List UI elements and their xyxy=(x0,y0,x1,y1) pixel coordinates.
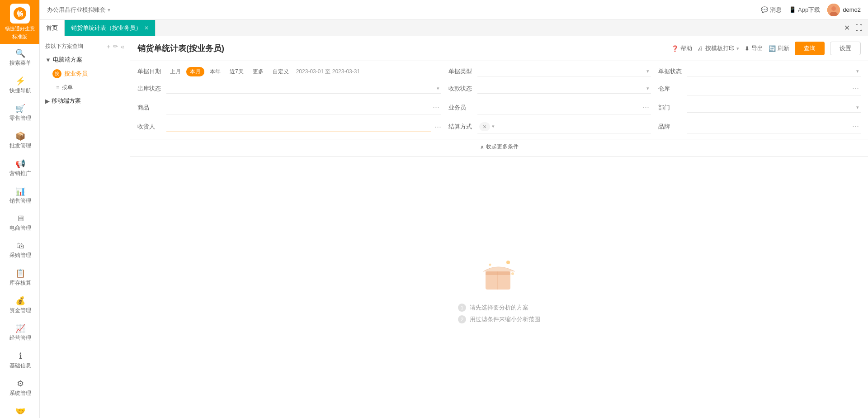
user-name: demo2 xyxy=(843,6,861,13)
doc-type-arrow-icon: ▾ xyxy=(646,68,649,74)
tip-text-2: 用过滤条件来缩小分析范围 xyxy=(470,315,540,323)
breadcrumb-selector[interactable]: 办公用品行业模拟账套 ▾ xyxy=(47,6,110,14)
close-tab-action-icon[interactable]: ✕ xyxy=(842,22,852,34)
product-dots-icon[interactable]: ··· xyxy=(433,103,439,112)
date-btn-7days[interactable]: 近7天 xyxy=(226,67,247,76)
scheme-group-mobile-label: 移动端方案 xyxy=(52,97,81,105)
date-btn-custom[interactable]: 自定义 xyxy=(269,67,292,76)
payment-method-clear-icon[interactable]: × xyxy=(483,123,486,130)
filter-item-dept: 部门 ▾ xyxy=(658,103,861,113)
payment-method-area: × ▾ xyxy=(477,120,651,133)
payment-method-label: 结算方式 xyxy=(448,123,474,131)
salesperson-input-area[interactable]: ··· xyxy=(477,101,651,114)
marketing-icon: 📢 xyxy=(15,159,25,169)
out-status-label: 出库状态 xyxy=(137,85,163,93)
warehouse-input-area[interactable]: ··· xyxy=(687,82,861,95)
export-button[interactable]: ⬇ 导出 xyxy=(745,44,763,52)
print-template-button[interactable]: 🖨 按模板打印 ▾ xyxy=(698,44,739,52)
collapse-panel-button[interactable]: « xyxy=(121,43,124,50)
query-button[interactable]: 查询 xyxy=(795,42,825,55)
help-button[interactable]: ❓ 帮助 xyxy=(671,44,692,52)
salesperson-dots-icon[interactable]: ··· xyxy=(642,103,649,112)
tab-home[interactable]: 首页 xyxy=(40,20,65,36)
scheme-group-mobile-header[interactable]: ▶ 移动端方案 xyxy=(40,94,130,108)
filter-item-out-status: 出库状态 ▾ xyxy=(137,84,441,94)
app-download-button[interactable]: 📱 App下载 xyxy=(789,6,820,14)
filter-row-1: 单据日期 上月 本月 本年 近7天 更多 自定义 20 xyxy=(137,66,861,76)
scheme-item-by-salesperson[interactable]: 按 按业务员 xyxy=(40,66,130,81)
warehouse-dots-icon[interactable]: ··· xyxy=(852,84,859,93)
empty-illustration xyxy=(476,251,522,296)
message-label: 消息 xyxy=(770,6,782,14)
date-btn-more[interactable]: 更多 xyxy=(249,67,267,76)
edit-scheme-button[interactable]: ✏ xyxy=(113,43,118,50)
brand-dots-icon[interactable]: ··· xyxy=(852,122,859,131)
date-btn-this-month[interactable]: 本月 xyxy=(186,67,204,76)
sidebar-item-operations[interactable]: 📈 经营管理 xyxy=(0,319,39,347)
logo-icon: 畅 xyxy=(10,4,30,24)
empty-tip-1: 1 请先选择要分析的方案 xyxy=(458,304,540,312)
filter-item-payment-method: 结算方式 × ▾ xyxy=(448,120,651,133)
user-profile[interactable]: demo2 xyxy=(827,4,861,16)
app-subtitle: 标准版 xyxy=(12,33,27,40)
refresh-button[interactable]: 🔄 刷新 xyxy=(769,44,789,52)
receipt-status-select[interactable]: ▾ xyxy=(477,84,651,94)
sidebar-item-label: 经营管理 xyxy=(9,334,31,342)
wholesale-icon: 📦 xyxy=(15,131,25,141)
scheme-item-label: 按业务员 xyxy=(64,70,88,78)
product-input-area[interactable]: ··· xyxy=(166,101,441,114)
logo-area[interactable]: 畅 畅捷通好生意 标准版 xyxy=(0,0,39,44)
doc-status-select[interactable]: ▾ xyxy=(687,66,861,76)
add-scheme-button[interactable]: + xyxy=(107,43,110,50)
page-title: 销货单统计表(按业务员) xyxy=(137,43,224,59)
sidebar-item-label: 销售管理 xyxy=(9,197,31,205)
sidebar-item-label: 零售管理 xyxy=(9,114,31,122)
dept-select[interactable]: ▾ xyxy=(687,103,861,113)
date-btn-this-year[interactable]: 本年 xyxy=(206,67,224,76)
system-icon: ⚙ xyxy=(17,379,24,389)
svg-point-8 xyxy=(506,261,510,264)
scheme-group-pc-header[interactable]: ▼ 电脑端方案 xyxy=(40,53,130,66)
basic-info-icon: ℹ xyxy=(19,351,22,361)
enterprise-icon: 🤝 xyxy=(15,406,25,416)
sidebar-item-wholesale[interactable]: 📦 批发管理 xyxy=(0,127,39,154)
filter-row-3: 商品 ··· 业务员 ··· 部门 xyxy=(137,101,861,114)
tab-sales-stat-label: 销货单统计表（按业务员） xyxy=(71,24,142,32)
sidebar-item-inventory[interactable]: 📋 库存核算 xyxy=(0,264,39,291)
sidebar-item-system[interactable]: ⚙ 系统管理 xyxy=(0,374,39,402)
tab-home-label: 首页 xyxy=(46,24,58,32)
payment-method-arrow-icon: ▾ xyxy=(492,124,495,129)
sidebar-item-finance[interactable]: 💰 资金管理 xyxy=(0,291,39,319)
settings-button[interactable]: 设置 xyxy=(830,42,861,55)
sidebar-item-purchase[interactable]: 🛍 采购管理 xyxy=(0,237,39,264)
search-icon: 🔍 xyxy=(15,48,25,58)
sidebar-item-shortcut[interactable]: ⚡ 快捷导航 xyxy=(0,71,39,99)
consignee-label: 收货人 xyxy=(137,123,163,131)
dept-label: 部门 xyxy=(658,104,684,112)
out-status-select[interactable]: ▾ xyxy=(166,84,441,94)
scheme-sub-item-by-order[interactable]: ≡ 按单 xyxy=(40,81,130,94)
doc-type-select[interactable]: ▾ xyxy=(477,66,651,76)
sidebar-item-basic-info[interactable]: ℹ 基础信息 xyxy=(0,347,39,374)
payment-method-clear-badge: × xyxy=(479,122,490,131)
filter-item-brand: 品牌 ··· xyxy=(658,120,861,133)
date-range-text: 2023-03-01 至 2023-03-31 xyxy=(296,68,360,76)
sidebar-item-search[interactable]: 🔍 搜索菜单 xyxy=(0,44,39,71)
expand-tab-action-icon[interactable]: ⛶ xyxy=(854,22,864,34)
collapse-conditions-button[interactable]: ∧ 收起更多条件 xyxy=(475,141,524,152)
tab-sales-stat[interactable]: 销货单统计表（按业务员） ✕ xyxy=(65,20,156,36)
tab-close-icon[interactable]: ✕ xyxy=(144,25,149,31)
message-button[interactable]: 💬 消息 xyxy=(761,6,782,14)
brand-input-area[interactable]: ··· xyxy=(687,120,861,133)
sidebar-item-sales[interactable]: 📊 销售管理 xyxy=(0,182,39,209)
consignee-dots-icon[interactable]: ··· xyxy=(434,122,441,132)
sidebar-item-ecommerce[interactable]: 🖥 电商管理 xyxy=(0,209,39,237)
export-label: 导出 xyxy=(751,44,763,52)
sales-icon: 📊 xyxy=(15,186,25,196)
salesperson-label: 业务员 xyxy=(448,104,474,112)
date-btn-last-month[interactable]: 上月 xyxy=(166,67,184,76)
consignee-input[interactable] xyxy=(166,121,431,132)
sidebar-item-enterprise[interactable]: 🤝 企业协同 xyxy=(0,402,39,418)
sidebar-item-retail[interactable]: 🛒 零售管理 xyxy=(0,99,39,127)
sidebar-item-marketing[interactable]: 📢 营销推广 xyxy=(0,154,39,182)
